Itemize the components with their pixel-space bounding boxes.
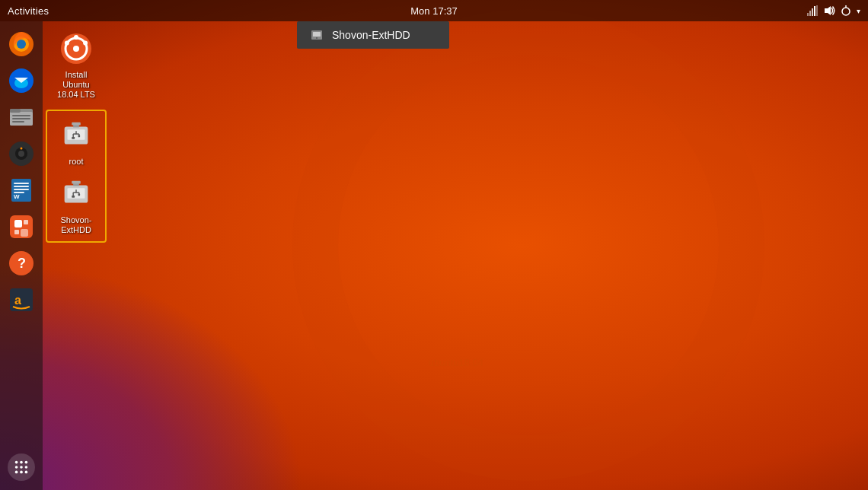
svg-rect-20 — [12, 115, 30, 116]
svg-rect-19 — [10, 109, 21, 113]
topbar-clock: Mon 17:37 — [410, 5, 457, 17]
svg-point-49 — [20, 471, 23, 474]
svg-point-13 — [17, 40, 26, 49]
svg-rect-3 — [814, 6, 815, 16]
show-applications-button[interactable] — [5, 450, 38, 484]
svg-rect-29 — [14, 186, 29, 187]
svg-rect-35 — [24, 220, 28, 224]
svg-rect-21 — [12, 118, 30, 119]
install-ubuntu-icon — [58, 30, 94, 67]
dock-item-rhythmbox[interactable] — [5, 137, 38, 170]
shovon-exthdd-icon — [58, 176, 94, 212]
svg-point-66 — [78, 135, 80, 137]
svg-rect-37 — [21, 229, 28, 237]
root-label: root — [69, 157, 84, 167]
desktop: Activities Mon 17:37 — [0, 0, 868, 490]
drive-tooltip: Shovon-ExtHDD — [297, 21, 449, 49]
desktop-watermark: ubuntu18.04 — [429, 357, 483, 368]
volume-icon[interactable] — [823, 5, 835, 16]
svg-text:W: W — [14, 193, 20, 200]
svg-rect-28 — [14, 183, 29, 184]
svg-rect-2 — [812, 8, 813, 16]
svg-text:?: ? — [18, 256, 26, 271]
svg-point-54 — [83, 41, 88, 46]
svg-marker-5 — [825, 6, 831, 15]
svg-point-43 — [20, 461, 23, 464]
svg-rect-60 — [72, 122, 81, 125]
dock-item-files[interactable] — [5, 100, 38, 134]
svg-point-10 — [316, 37, 318, 39]
dock-item-writer[interactable]: W — [5, 173, 38, 207]
svg-rect-34 — [14, 220, 22, 228]
svg-point-6 — [842, 8, 850, 15]
topbar-left: Activities — [8, 5, 49, 17]
svg-point-44 — [25, 461, 28, 464]
svg-rect-36 — [14, 230, 19, 234]
root-drive-icon — [58, 117, 94, 154]
power-icon[interactable] — [840, 5, 852, 16]
svg-point-50 — [25, 471, 28, 474]
topbar: Activities Mon 17:37 — [0, 0, 868, 21]
svg-rect-30 — [14, 189, 29, 190]
svg-rect-9 — [313, 32, 321, 37]
install-ubuntu-label: InstallUbuntu18.04 LTS — [57, 70, 95, 100]
tooltip-label: Shovon-ExtHDD — [332, 29, 410, 41]
svg-rect-0 — [807, 13, 809, 16]
svg-point-48 — [15, 471, 18, 474]
svg-text:a: a — [14, 294, 21, 307]
svg-rect-64 — [72, 136, 75, 138]
svg-point-26 — [21, 148, 23, 150]
svg-point-47 — [25, 466, 28, 469]
svg-rect-70 — [72, 181, 81, 184]
svg-point-42 — [15, 461, 18, 464]
svg-point-56 — [73, 46, 79, 52]
desktop-icons-area: InstallUbuntu18.04 LTS — [46, 27, 107, 243]
dock-item-thunderbird[interactable] — [5, 64, 38, 97]
dock-item-amazon[interactable]: a — [5, 283, 38, 317]
power-dropdown-icon[interactable]: ▾ — [857, 7, 860, 15]
dock: W ? — [0, 21, 43, 490]
svg-point-53 — [74, 35, 78, 40]
svg-rect-1 — [809, 11, 811, 16]
selection-box: root — [46, 110, 107, 243]
desktop-icon-shovon-exthdd[interactable]: Shovon-ExtHDD — [49, 173, 104, 238]
svg-point-45 — [15, 466, 18, 469]
svg-rect-4 — [816, 5, 818, 16]
svg-point-76 — [78, 193, 80, 196]
dock-item-help[interactable]: ? — [5, 247, 38, 280]
activities-button[interactable]: Activities — [8, 5, 49, 17]
system-tray: ▾ — [806, 5, 860, 16]
network-icon[interactable] — [806, 5, 819, 16]
svg-point-46 — [20, 466, 23, 469]
desktop-icon-root[interactable]: root — [49, 114, 104, 170]
desktop-icon-install-ubuntu[interactable]: InstallUbuntu18.04 LTS — [46, 27, 107, 103]
svg-rect-22 — [12, 121, 24, 123]
dock-item-firefox[interactable] — [5, 27, 38, 61]
svg-point-55 — [65, 41, 69, 46]
dock-item-software[interactable] — [5, 210, 38, 243]
tooltip-drive-icon — [309, 27, 324, 43]
svg-point-25 — [18, 151, 24, 157]
svg-rect-74 — [72, 196, 75, 198]
shovon-exthdd-label: Shovon-ExtHDD — [61, 215, 92, 235]
